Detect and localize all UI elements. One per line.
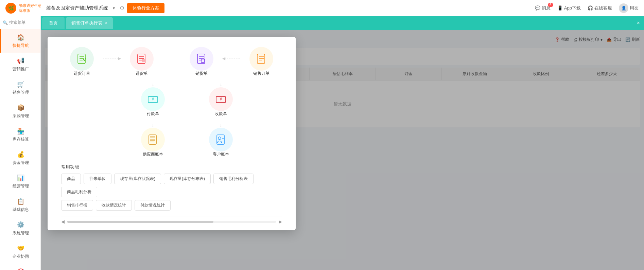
modal-overlay: 进货订单 ▶ 进 <box>41 30 644 270</box>
tab-home[interactable]: 首页 <box>42 17 65 29</box>
basic-icon: 📋 <box>17 197 25 205</box>
sidebar-item-purchase[interactable]: 📦 采购管理 <box>0 100 40 123</box>
message-button[interactable]: 💬 消息 6 <box>535 5 551 11</box>
svg-rect-27 <box>217 135 224 144</box>
scroll-track <box>67 221 276 223</box>
message-badge: 6 <box>548 3 553 7</box>
flow-item-purchase-bill[interactable]: 进货单 <box>121 47 163 76</box>
func-row-2: 销售排行榜 收款情况统计 付款情况统计 <box>61 200 282 211</box>
purchase-icon: 📦 <box>17 104 25 112</box>
scroll-thumb[interactable] <box>67 221 213 223</box>
scroll-area: ◀ ▶ <box>61 216 282 224</box>
sidebar: 🔍 搜索菜单 🏠 快捷导航 📢 营销推广 🛒 销售管理 📦 采购管理 🏪 库存核… <box>0 16 41 270</box>
svg-text:¥: ¥ <box>152 97 154 102</box>
sale-order-icon[interactable] <box>249 47 273 71</box>
flow-item-payment[interactable]: ↓ ¥ 付款单 <box>129 82 177 117</box>
tab-window-close-icon[interactable]: × <box>634 19 643 28</box>
online-service-button[interactable]: 🎧 在线客服 <box>588 5 612 11</box>
arrow-down-receipt: ↓ <box>220 82 222 87</box>
avatar: 👤 <box>619 3 628 13</box>
scroll-left-arrow[interactable]: ◀ <box>61 219 65 224</box>
topbar-center: 装备及固定资产辅助管理系统 ▾ ⚙ 体验行业方案 <box>46 3 535 13</box>
arrow-down-customer: ↓ <box>220 122 222 128</box>
svg-rect-8 <box>142 59 145 62</box>
sale-bill-icon[interactable] <box>190 47 213 71</box>
svg-rect-23 <box>150 136 155 138</box>
func-btn-receipt-stats[interactable]: 收款情况统计 <box>96 200 132 211</box>
scroll-right-arrow[interactable]: ▶ <box>279 219 282 224</box>
inventory-icon: 🏪 <box>17 127 25 135</box>
logo-text: 畅康通好生意 标准版 <box>19 3 41 13</box>
sidebar-item-finance[interactable]: 💰 资金管理 <box>0 146 40 170</box>
func-btn-contacts[interactable]: 往来单位 <box>84 174 111 184</box>
search-menu-button[interactable]: 🔍 搜索菜单 <box>0 16 40 29</box>
func-btn-stock-dist[interactable]: 现存量(库存分布表) <box>164 174 211 184</box>
experience-button[interactable]: 体验行业方案 <box>127 3 164 13</box>
func-btn-payment-stats[interactable]: 付款情况统计 <box>135 200 171 211</box>
sidebar-item-operations[interactable]: 📊 经营管理 <box>0 170 40 193</box>
svg-rect-0 <box>78 54 85 64</box>
app-icon: 📱 <box>557 5 563 11</box>
search-icon: 🔍 <box>3 20 8 25</box>
supplier-ledger-icon[interactable] <box>141 128 165 151</box>
logo: 🌿 畅康通好生意 标准版 <box>5 3 46 14</box>
content-area: 首页 销售订单执行表 × × ❓ 帮助 🖨 按模板打印 ▾ <box>41 16 644 270</box>
message-icon: 💬 <box>535 5 540 11</box>
sidebar-item-system[interactable]: ⚙️ 系统管理 <box>0 217 40 240</box>
service-icon: 🎧 <box>588 5 593 11</box>
sales-icon: 🛒 <box>17 80 25 88</box>
func-btn-sales-margin[interactable]: 销售毛利分析表 <box>213 174 254 184</box>
purchase-order-icon[interactable] <box>70 47 94 71</box>
flow-item-sale-order[interactable]: 销售订单 <box>240 47 282 76</box>
flow-modal: 进货订单 ▶ 进 <box>48 37 296 230</box>
customer-ledger-icon[interactable] <box>209 128 233 151</box>
svg-rect-4 <box>138 54 145 64</box>
sidebar-item-inventory[interactable]: 🏪 库存核算 <box>0 123 40 146</box>
quick-icon: 🏠 <box>17 33 25 41</box>
flow-item-receipt[interactable]: ↓ ¥ 收款单 <box>197 82 245 117</box>
sidebar-item-sales[interactable]: 🛒 销售管理 <box>0 76 40 100</box>
flow-item-customer-ledger[interactable]: ↓ 客户账本 <box>197 122 245 157</box>
func-btn-stock-status[interactable]: 现存量(库存状况表) <box>114 174 161 184</box>
tab-close-icon[interactable]: × <box>105 21 107 25</box>
sidebar-item-marketing[interactable]: 📢 营销推广 <box>0 53 40 76</box>
svg-text:¥: ¥ <box>220 97 222 102</box>
sidebar-item-quick[interactable]: 🏠 快捷导航 <box>0 29 40 53</box>
func-btn-product-margin[interactable]: 商品毛利分析 <box>61 187 97 197</box>
sidebar-item-enterprise[interactable]: 🤝 企业协同 <box>0 240 40 264</box>
enterprise-icon: 🤝 <box>17 244 25 252</box>
operations-icon: 📊 <box>17 174 25 182</box>
system-title: 装备及固定资产辅助管理系统 <box>46 5 108 11</box>
system-icon: ⚙️ <box>17 221 25 229</box>
receipt-icon[interactable]: ¥ <box>209 87 233 111</box>
user-menu-button[interactable]: 👤 用友 <box>619 3 639 13</box>
system-dropdown-button[interactable]: ▾ <box>111 5 117 11</box>
flow-item-supplier-ledger[interactable]: ↓ 供应商账本 <box>129 122 177 157</box>
arrow-down-payment: ↓ <box>152 82 154 87</box>
tab-bar: 首页 销售订单执行表 × × <box>41 16 644 30</box>
flow-item-purchase-order[interactable]: 进货订单 <box>61 47 103 76</box>
arrow-down-supplier: ↓ <box>152 122 154 128</box>
func-btn-sales-ranking[interactable]: 销售排行榜 <box>61 200 93 211</box>
common-functions-title: 常用功能 <box>61 164 282 170</box>
common-functions: 常用功能 商品 往来单位 现存量(库存状况表) 现存量(库存分布表) 销售毛利分… <box>61 164 282 211</box>
logo-icon: 🌿 <box>5 3 16 14</box>
settings-icon[interactable]: ⚙ <box>120 5 124 11</box>
svg-rect-14 <box>257 54 265 64</box>
flow-item-sale-bill[interactable]: 销货单 <box>180 47 222 76</box>
payment-icon[interactable]: ¥ <box>141 87 165 111</box>
purchase-bill-icon[interactable] <box>130 47 154 71</box>
sidebar-item-newbie[interactable]: 🎯 新手引导 <box>0 264 40 270</box>
main-layout: 🔍 搜索菜单 🏠 快捷导航 📢 营销推广 🛒 销售管理 📦 采购管理 🏪 库存核… <box>0 16 644 270</box>
func-btn-product[interactable]: 商品 <box>61 174 81 184</box>
marketing-icon: 📢 <box>17 57 25 65</box>
page-content: ❓ 帮助 🖨 按模板打印 ▾ 📤 导出 🔄 刷新 <box>41 30 644 270</box>
finance-icon: 💰 <box>17 150 25 159</box>
sidebar-item-basic[interactable]: 📋 基础信息 <box>0 193 40 217</box>
topbar-right: 💬 消息 6 📱 App下载 🎧 在线客服 👤 用友 <box>535 3 639 13</box>
func-row-1: 商品 往来单位 现存量(库存状况表) 现存量(库存分布表) 销售毛利分析表 商品… <box>61 174 282 197</box>
app-download-button[interactable]: 📱 App下载 <box>557 5 581 11</box>
tab-sales-order[interactable]: 销售订单执行表 × <box>66 17 113 29</box>
newbie-icon: 🎯 <box>17 268 25 270</box>
topbar: 🌿 畅康通好生意 标准版 装备及固定资产辅助管理系统 ▾ ⚙ 体验行业方案 💬 … <box>0 0 644 16</box>
